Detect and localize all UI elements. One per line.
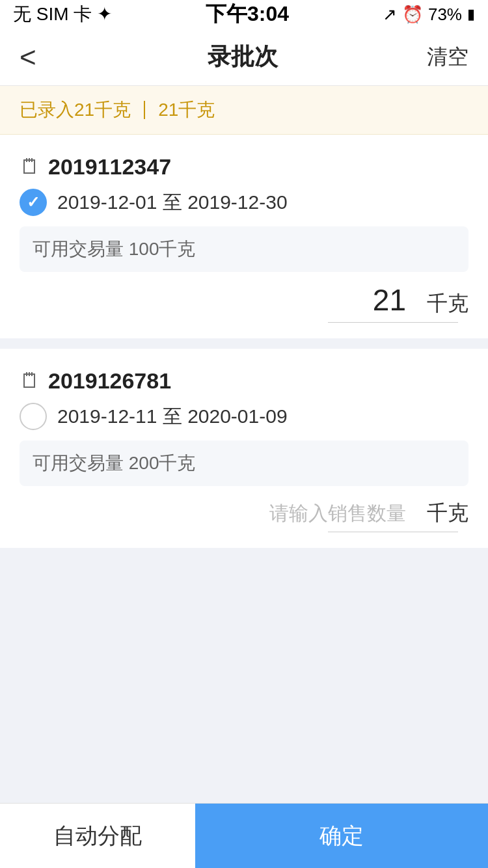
- battery-icon: ▮: [467, 6, 475, 23]
- confirm-button[interactable]: 确定: [195, 804, 488, 868]
- batch-2-header: 🗒 2019126781: [20, 368, 468, 394]
- batch-2-doc-icon: 🗒: [20, 369, 40, 393]
- batch-2-input-placeholder: 请输入销售数量: [269, 500, 406, 527]
- batch-1-header: 🗒 2019112347: [20, 154, 468, 180]
- page-title: 录批次: [208, 41, 278, 73]
- clear-button[interactable]: 清空: [427, 43, 468, 72]
- back-button[interactable]: <: [20, 41, 59, 74]
- info-banner: 已录入21千克 21千克: [0, 86, 488, 135]
- batch-2-input-unit: 千克: [427, 499, 468, 528]
- total-label: 21千克: [158, 98, 215, 122]
- batch-2-underline: [328, 532, 458, 532]
- status-time: 下午3:04: [206, 0, 289, 29]
- batch-2-input-area[interactable]: 请输入销售数量 千克: [269, 499, 468, 532]
- batch-list: 🗒 2019112347 2019-12-01 至 2019-12-30 可用交…: [0, 135, 488, 338]
- battery-text: 73%: [428, 5, 462, 25]
- banner-divider: [144, 101, 145, 119]
- section-divider: [0, 338, 488, 349]
- empty-area: [0, 548, 488, 795]
- alarm-icon: ⏰: [402, 5, 423, 25]
- auto-distribute-button[interactable]: 自动分配: [0, 804, 195, 868]
- batch-1-checkbox[interactable]: [20, 189, 47, 216]
- batch-1-qty: 可用交易量 100千克: [20, 226, 468, 272]
- batch-2-number: 2019126781: [48, 368, 171, 394]
- batch-2-qty: 可用交易量 200千克: [20, 441, 468, 486]
- batch-1-amount-value[interactable]: 21: [373, 285, 406, 315]
- status-signal: 无 SIM 卡 ✦: [13, 2, 112, 27]
- batch-item-2: 🗒 2019126781 2019-12-11 至 2020-01-09 可用交…: [0, 349, 488, 486]
- batch-1-date: 2019-12-01 至 2019-12-30: [57, 189, 288, 216]
- batch-doc-icon: 🗒: [20, 155, 40, 179]
- batch-1-amount-unit: 千克: [427, 290, 468, 318]
- batch-1-number: 2019112347: [48, 154, 171, 180]
- recorded-label: 已录入21千克: [20, 98, 131, 122]
- batch-2-input-row[interactable]: 请输入销售数量 千克: [0, 486, 488, 548]
- batch-item-1: 🗒 2019112347 2019-12-01 至 2019-12-30 可用交…: [0, 135, 488, 272]
- batch-1-amount-row: 21 千克: [0, 272, 488, 338]
- status-icons: ↗ ⏰ 73% ▮: [383, 5, 475, 25]
- status-bar: 无 SIM 卡 ✦ 下午3:04 ↗ ⏰ 73% ▮: [0, 0, 488, 29]
- nav-bar: < 录批次 清空: [0, 29, 488, 86]
- batch-2-date: 2019-12-11 至 2020-01-09: [57, 403, 288, 430]
- batch-2-date-row: 2019-12-11 至 2020-01-09: [20, 403, 468, 430]
- batch-1-underline: [328, 322, 458, 323]
- batch-1-date-row: 2019-12-01 至 2019-12-30: [20, 189, 468, 216]
- location-icon: ↗: [383, 5, 397, 25]
- bottom-bar: 自动分配 确定: [0, 803, 488, 868]
- batch-1-amount-area: 21 千克: [328, 285, 468, 323]
- batch-2-checkbox[interactable]: [20, 403, 47, 430]
- batch-item-2-container: 🗒 2019126781 2019-12-11 至 2020-01-09 可用交…: [0, 349, 488, 548]
